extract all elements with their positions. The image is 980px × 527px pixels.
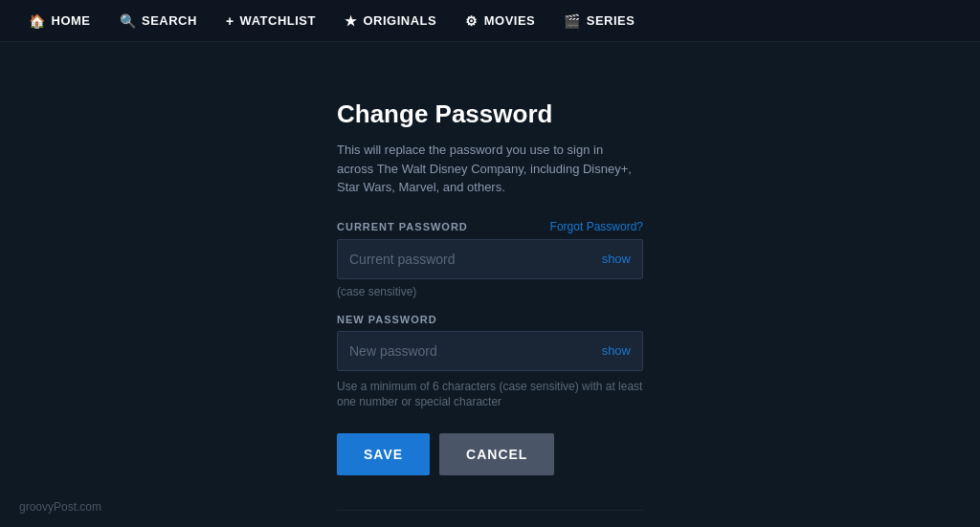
new-password-section: NEW PASSWORD show Use a minimum of 6 cha… [337, 314, 643, 411]
main-content: Change Password This will replace the pa… [0, 42, 980, 527]
current-password-show-button[interactable]: show [602, 252, 631, 266]
nav-watchlist[interactable]: + WATCHLIST [216, 13, 325, 29]
current-password-label-row: CURRENT PASSWORD Forgot Password? [337, 220, 643, 233]
footer-text: groovyPost.com [19, 500, 101, 514]
search-icon: 🔍 [120, 13, 137, 29]
current-password-input[interactable] [349, 252, 602, 267]
current-password-label: CURRENT PASSWORD [337, 221, 468, 232]
nav-series[interactable]: 🎬 SERIES [554, 13, 644, 29]
current-password-input-wrapper: show [337, 239, 643, 279]
save-button[interactable]: SAVE [337, 433, 430, 475]
nav-search[interactable]: 🔍 SEARCH [110, 13, 207, 29]
case-sensitive-note: (case sensitive) [337, 285, 643, 298]
password-hint: Use a minimum of 6 characters (case sens… [337, 379, 643, 411]
cancel-button[interactable]: CANCEL [439, 433, 554, 475]
current-password-section: CURRENT PASSWORD Forgot Password? show (… [337, 220, 643, 298]
form-title: Change Password [337, 99, 643, 129]
star-icon: ★ [345, 13, 358, 29]
home-icon: 🏠 [29, 13, 46, 29]
nav-movies[interactable]: ⚙ MOVIES [456, 13, 545, 29]
form-button-row: SAVE CANCEL [337, 433, 643, 475]
navigation: 🏠 HOME 🔍 SEARCH + WATCHLIST ★ ORIGINALS … [0, 0, 980, 42]
new-password-input-wrapper: show [337, 331, 643, 371]
nav-originals[interactable]: ★ ORIGINALS [335, 13, 446, 29]
form-description: This will replace the password you use t… [337, 141, 643, 197]
plus-icon: + [226, 13, 234, 29]
divider [337, 510, 643, 511]
gear-icon: ⚙ [465, 13, 479, 29]
new-password-show-button[interactable]: show [602, 343, 631, 358]
nav-home[interactable]: 🏠 HOME [19, 13, 100, 29]
film-icon: 🎬 [564, 13, 581, 29]
new-password-input[interactable] [349, 343, 602, 359]
new-password-label-row: NEW PASSWORD [337, 314, 643, 325]
forgot-password-link[interactable]: Forgot Password? [550, 220, 643, 233]
change-password-form: Change Password This will replace the pa… [337, 99, 643, 527]
new-password-label: NEW PASSWORD [337, 314, 437, 325]
